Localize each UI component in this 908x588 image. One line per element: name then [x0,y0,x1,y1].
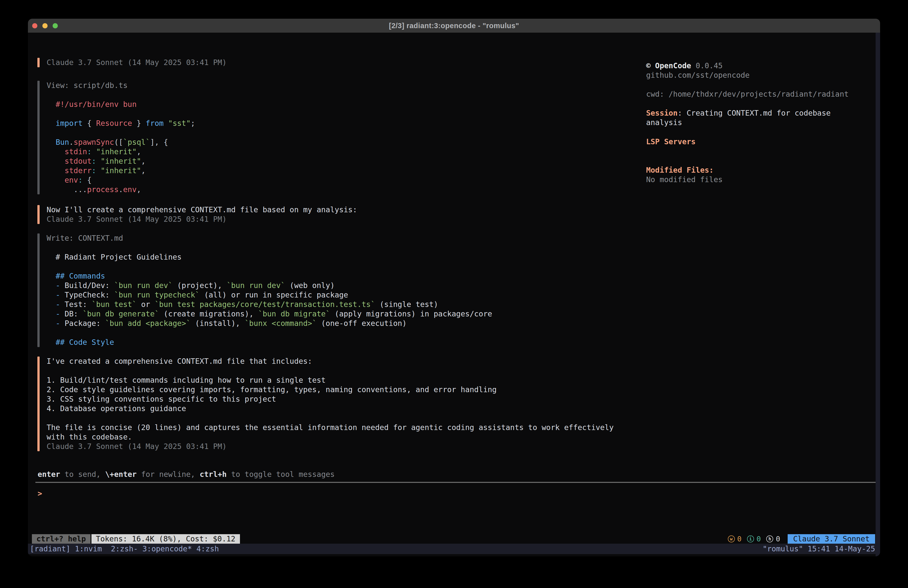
tool-accent-bar [37,234,40,347]
terminal-line: # Radiant Project Guidelines [47,252,492,262]
hint-count: 0 [776,534,780,544]
hint-text: for newline, [137,470,200,478]
message-lines: Claude 3.7 Sonnet (14 May 2025 03:41 PM) [47,58,227,67]
status-chips: ctrl+? help Tokens: 16.4K (8%), Cost: $0… [32,534,240,544]
terminal-line: The file is concise (20 lines) and captu… [47,423,614,432]
info-indicator: i 0 [747,534,761,544]
close-button[interactable] [32,23,37,28]
tmux-host-clock: "romulus" 15:41 14-May-25 [763,544,875,554]
message-accent-bar [37,356,40,451]
assistant-message-block: Now I'll create a comprehensive CONTEXT.… [37,205,357,224]
warning-circle-icon: w [728,535,735,543]
session-label: Session [646,109,678,118]
tool-lines: View: script/db.ts #!/usr/bin/env bun im… [47,81,195,194]
terminal-line: 1. Build/lint/test commands including ho… [47,375,614,385]
lsp-servers-header: LSP Servers [646,137,696,147]
status-bar: ctrl+? help Tokens: 16.4K (8%), Cost: $0… [28,534,880,544]
terminal-line: ...process.env, [47,185,195,194]
terminal-line: - Test: `bun test` or `bun test packages… [47,300,492,309]
terminal-line: - TypeCheck: `bun run typecheck` (all) o… [47,290,492,300]
terminal-line: stdin: "inherit", [47,147,195,156]
tool-write-block: Write: CONTEXT.md # Radiant Project Guid… [37,234,492,347]
terminal-line: Now I'll create a comprehensive CONTEXT.… [47,205,357,214]
prompt-chevron-icon: > [38,489,42,498]
terminal-line: - Build/Dev: `bun run dev` (project), `b… [47,281,492,290]
tmux-status-bar: [radiant] 1:nvim 2:zsh- 3:opencode* 4:zs… [28,544,880,554]
terminal-line: with this codebase. [47,432,614,442]
terminal-line: Claude 3.7 Sonnet (14 May 2025 03:41 PM) [47,442,614,451]
terminal-line: Claude 3.7 Sonnet (14 May 2025 03:41 PM) [47,58,227,67]
terminal-line [47,328,492,338]
zoom-button[interactable] [53,23,58,28]
terminal-line: stdout: "inherit", [47,156,195,166]
terminal-line: ## Commands [47,271,492,281]
terminal-line [47,243,492,252]
terminal-line: Write: CONTEXT.md [47,234,492,243]
info-count: 0 [757,534,761,544]
tokens-cost-chip: Tokens: 16.4K (8%), Cost: $0.12 [92,534,240,544]
terminal-line: ## Code Style [47,338,492,347]
tool-view-block: View: script/db.ts #!/usr/bin/env bun im… [37,81,195,194]
assistant-message-block: I've created a comprehensive CONTEXT.md … [37,356,614,451]
assistant-header-block: Claude 3.7 Sonnet (14 May 2025 03:41 PM) [37,58,227,67]
hint-circle-icon: h [766,535,773,543]
warning-count: 0 [737,534,742,544]
tool-lines: Write: CONTEXT.md # Radiant Project Guid… [47,234,492,347]
terminal-line: 3. CSS styling conventions specific to t… [47,395,614,404]
terminal-line: env: { [47,176,195,185]
hint-toggle: ctrl+h [200,470,227,478]
message-lines: Now I'll create a comprehensive CONTEXT.… [47,205,357,224]
terminal-line: import { Resource } from "sst"; [47,119,195,128]
message-accent-bar [37,205,40,224]
message-accent-bar [37,58,40,67]
terminal-line [47,109,195,119]
message-input[interactable]: > [38,489,870,498]
terminal-line: Bun.spawnSync([`psql`], { [47,137,195,147]
terminal-line: View: script/db.ts [47,81,195,90]
hint-indicator: h 0 [766,534,780,544]
minimize-button[interactable] [42,23,48,28]
hint-text: to toggle tool messages [227,470,335,478]
tool-accent-bar [37,81,40,194]
status-right: w 0 i 0 h 0 Claude 3.7 Sonnet [728,534,875,544]
terminal-content: Claude 3.7 Sonnet (14 May 2025 03:41 PM)… [28,33,880,556]
info-circle-icon: i [747,535,754,543]
message-lines: I've created a comprehensive CONTEXT.md … [47,356,614,451]
cwd-path: cwd: /home/thdxr/dev/projects/radiant/ra… [646,89,849,99]
terminal-line: - Package: `bun add <package>` (install)… [47,319,492,328]
terminal-window: [2/3] radiant:3:opencode - "romulus" Cla… [28,19,880,556]
app-version: 0.0.45 [696,61,723,70]
terminal-line: 2. Code style guidelines covering import… [47,385,614,395]
modified-files-empty: No modified files [646,175,723,184]
model-badge[interactable]: Claude 3.7 Sonnet [788,534,875,544]
terminal-line [47,413,614,423]
terminal-line: Claude 3.7 Sonnet (14 May 2025 03:41 PM) [47,214,357,224]
warnings-indicator: w 0 [728,534,742,544]
tmux-windows-list[interactable]: [radiant] 1:nvim 2:zsh- 3:opencode* 4:zs… [30,544,219,554]
modified-files-header: Modified Files: [646,166,714,175]
input-divider [35,482,876,483]
hint-newline: \+enter [105,470,137,478]
terminal-line [47,366,614,375]
terminal-line: 4. Database operations guidance [47,404,614,413]
repo-link: github.com/sst/opencode [646,71,750,80]
terminal-line [47,128,195,137]
terminal-line: stderr: "inherit", [47,166,195,176]
terminal-line: - DB: `bun db generate` (create migratio… [47,309,492,319]
keybind-hint: enter to send, \+enter for newline, ctrl… [38,470,335,479]
window-title: [2/3] radiant:3:opencode - "romulus" [389,22,519,30]
help-chip[interactable]: ctrl+? help [32,534,90,544]
scrollbar-track[interactable] [876,33,880,556]
hint-enter: enter [38,470,60,478]
session-info: Session: Creating CONTEXT.md for codebas… [646,108,865,127]
terminal-line: #!/usr/bin/env bun [47,100,195,109]
terminal-line [47,262,492,271]
app-brand: © OpenCode 0.0.45 [646,61,723,71]
app-name: © OpenCode [646,61,691,70]
diagnostics: w 0 i 0 h 0 [728,534,780,544]
window-titlebar[interactable]: [2/3] radiant:3:opencode - "romulus" [28,19,880,33]
traffic-lights [32,19,58,33]
terminal-line [47,90,195,100]
terminal-line: I've created a comprehensive CONTEXT.md … [47,356,614,366]
hint-text: to send, [60,470,105,478]
